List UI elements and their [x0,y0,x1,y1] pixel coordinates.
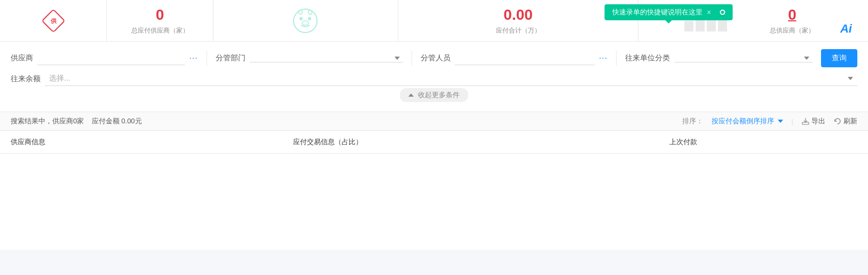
middle-section [214,0,398,41]
balance-filter-label: 往来余额 [11,74,41,84]
stat-total-suppliers-label: 总供应商（家） [770,26,815,35]
export-icon [802,117,809,125]
result-actions: 排序： 按应付会额倒序排序 | 导出 刷新 [682,116,857,126]
table-col-last-pay: 上次付款 [669,137,857,147]
svg-text:供: 供 [50,18,57,24]
sort-value-text: 按应付会额倒序排序 [712,116,774,126]
table-col-transaction: 应付交易信息（占比） [293,137,669,147]
filter-row-1: 供应商 ··· 分管部门 分管人员 ··· 往来单位分类 [11,49,857,67]
right-stats: 快速录单的快捷键说明在这里 × 0 总供应商（家） Ai [638,0,868,41]
collapse-row: 收起更多条件 [11,86,857,106]
logo-icon: 供 [37,5,69,37]
person-filter-group: 分管人员 ··· [421,52,608,65]
result-info: 搜索结果中，供应商0家 应付金额 0.00元 [11,116,142,126]
stat-payable-total: 0.00 应付合计（万） [398,0,639,41]
stat-total-suppliers: 0 总供应商（家） [748,1,836,41]
logo-area: 供 [0,0,107,41]
unit-class-filter-group: 往来单位分类 [625,53,812,63]
collapse-button[interactable]: 收起更多条件 [400,88,468,102]
tooltip-close-btn[interactable]: × [707,8,711,17]
stat-payable-total-value: 0.00 [503,6,533,24]
unit-class-chevron-icon [804,57,809,60]
svg-point-5 [302,21,309,25]
result-text: 搜索结果中，供应商0家 [11,117,84,125]
collapse-chevron-icon [408,93,414,97]
unit-class-filter-label: 往来单位分类 [625,53,670,63]
stat-total-payable-suppliers: 0 总应付供应商（家） [107,0,214,41]
divider-3 [616,51,617,66]
supplier-filter-group: 供应商 ··· [11,52,198,65]
export-label: 导出 [811,116,825,126]
divider-2 [412,51,412,66]
divider-1 [207,51,207,66]
dept-chevron-icon [394,57,400,60]
table-body [0,154,868,250]
person-filter-label: 分管人员 [421,53,451,63]
collapse-label: 收起更多条件 [418,90,460,100]
pig-icon [289,5,321,37]
sort-label: 排序： [682,116,703,126]
ai-label: Ai [840,22,852,36]
divider-result-1: | [792,117,793,125]
dept-filter-label: 分管部门 [216,53,246,63]
export-button[interactable]: 导出 [802,116,825,126]
supplier-filter-label: 供应商 [11,53,33,63]
refresh-button[interactable]: 刷新 [834,116,857,126]
filter-section: 供应商 ··· 分管部门 分管人员 ··· 往来单位分类 [0,42,868,112]
balance-placeholder: 选择... [49,74,70,83]
stat-total-suppliers-value: 0 [788,6,796,24]
result-bar: 搜索结果中，供应商0家 应付金额 0.00元 排序： 按应付会额倒序排序 | 导… [0,112,868,131]
person-dots[interactable]: ··· [599,53,607,63]
refresh-icon [834,117,841,125]
sort-value[interactable]: 按应付会额倒序排序 [712,116,783,126]
stat-payable-total-label: 应付合计（万） [496,26,541,35]
result-amount: 应付金额 0.00元 [92,117,142,125]
person-input[interactable] [455,52,595,65]
svg-point-4 [308,17,311,20]
refresh-label: 刷新 [843,116,857,126]
supplier-input[interactable] [37,52,185,65]
tooltip-box: 快速录单的快捷键说明在这里 × [605,4,732,20]
svg-rect-6 [299,10,302,14]
stat-total-payable-suppliers-value: 0 [156,6,164,24]
unit-class-select[interactable] [674,54,812,62]
table-col-supplier-info: 供应商信息 [11,137,293,147]
bar1 [684,21,693,32]
filter-row-2: 往来余额 选择... [11,72,857,86]
supplier-dots[interactable]: ··· [189,53,198,63]
dept-filter-group: 分管部门 [216,53,403,63]
sort-chevron-icon [778,120,783,123]
svg-rect-7 [309,10,312,14]
search-button[interactable]: 查询 [821,49,857,67]
stats-bar: 供 0 总应付供应商（家） 0.00 应付合计（万） 快速录单的快捷键说明在这里… [0,0,868,42]
balance-chevron-icon [848,77,853,80]
dept-select[interactable] [250,54,403,62]
stat-total-payable-suppliers-label: 总应付供应商（家） [131,26,189,35]
svg-point-3 [299,17,303,20]
table-header: 供应商信息 应付交易信息（占比） 上次付款 [0,131,868,154]
balance-select[interactable]: 选择... [45,72,857,86]
tooltip-dot [720,10,725,15]
tooltip-text: 快速录单的快捷键说明在这里 [612,7,703,17]
